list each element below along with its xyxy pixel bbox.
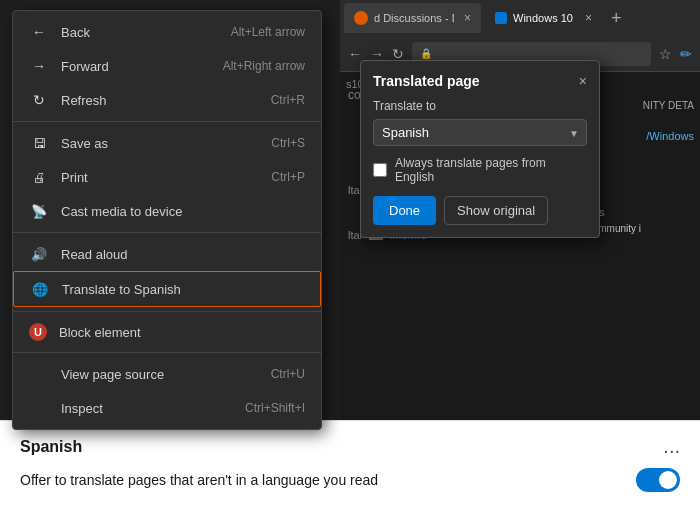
divider-3 <box>13 311 321 312</box>
tab-bar: d Discussions - Dis... × Windows 10 × + <box>340 0 700 36</box>
view-source-icon <box>29 364 49 384</box>
unity-detail: NITY DETA <box>598 100 698 111</box>
bottom-bar-row: Offer to translate pages that aren't in … <box>20 468 680 492</box>
menu-label-print: Print <box>61 170 259 185</box>
tab-discussions[interactable]: d Discussions - Dis... × <box>344 3 481 33</box>
language-select[interactable]: Spanish <box>373 119 587 146</box>
bottom-bar-title: Spanish <box>20 438 82 456</box>
menu-item-translate[interactable]: 🌐 Translate to Spanish <box>13 271 321 307</box>
always-translate-label: Always translate pages from English <box>395 156 587 184</box>
shortcut-forward: Alt+Right arrow <box>223 59 305 73</box>
print-icon: 🖨 <box>29 167 49 187</box>
menu-item-forward[interactable]: → Forward Alt+Right arrow <box>13 49 321 83</box>
toggle-knob <box>659 471 677 489</box>
star-icon[interactable]: ☆ <box>659 46 672 62</box>
shortcut-view-source: Ctrl+U <box>271 367 305 381</box>
always-translate-checkbox[interactable] <box>373 163 387 177</box>
context-menu: ← Back Alt+Left arrow → Forward Alt+Righ… <box>12 10 322 430</box>
translation-dialog: Translated page × Translate to Spanish ▼… <box>360 60 600 238</box>
menu-item-save-as[interactable]: 🖫 Save as Ctrl+S <box>13 126 321 160</box>
menu-label-back: Back <box>61 25 219 40</box>
windows-link[interactable]: /Windows <box>646 130 698 142</box>
save-icon: 🖫 <box>29 133 49 153</box>
translate-to-label: Translate to <box>373 99 587 113</box>
shortcut-inspect: Ctrl+Shift+I <box>245 401 305 415</box>
menu-label-refresh: Refresh <box>61 93 259 108</box>
menu-label-view-source: View page source <box>61 367 259 382</box>
block-icon: U <box>29 323 47 341</box>
menu-label-inspect: Inspect <box>61 401 233 416</box>
menu-label-save-as: Save as <box>61 136 259 151</box>
pencil-icon[interactable]: ✏ <box>680 46 692 62</box>
translate-icon: 🌐 <box>30 279 50 299</box>
dialog-title: Translated page <box>373 73 480 89</box>
menu-item-block[interactable]: U Block element <box>13 316 321 348</box>
tab-label-2: Windows 10 <box>513 12 573 24</box>
shortcut-print: Ctrl+P <box>271 170 305 184</box>
menu-item-cast[interactable]: 📡 Cast media to device <box>13 194 321 228</box>
menu-item-read-aloud[interactable]: 🔊 Read aloud <box>13 237 321 271</box>
always-translate-row: Always translate pages from English <box>373 156 587 184</box>
menu-item-inspect[interactable]: Inspect Ctrl+Shift+I <box>13 391 321 425</box>
menu-item-view-source[interactable]: View page source Ctrl+U <box>13 357 321 391</box>
inspect-icon <box>29 398 49 418</box>
tab-favicon-2 <box>495 12 507 24</box>
divider-4 <box>13 352 321 353</box>
menu-label-translate: Translate to Spanish <box>62 282 292 297</box>
cast-icon: 📡 <box>29 201 49 221</box>
tab-favicon-1 <box>354 11 368 25</box>
language-select-wrapper: Spanish ▼ <box>373 119 587 146</box>
dialog-buttons: Done Show original <box>373 196 587 225</box>
menu-item-back[interactable]: ← Back Alt+Left arrow <box>13 15 321 49</box>
bottom-bar-header: Spanish ... <box>20 435 680 458</box>
menu-label-read-aloud: Read aloud <box>61 247 293 262</box>
translate-toggle[interactable] <box>636 468 680 492</box>
bottom-bar: Spanish ... Offer to translate pages tha… <box>0 420 700 524</box>
tab-label-1: d Discussions - Dis... <box>374 12 454 24</box>
done-button[interactable]: Done <box>373 196 436 225</box>
tab-close-2[interactable]: × <box>585 11 592 25</box>
menu-label-forward: Forward <box>61 59 211 74</box>
menu-label-block: Block element <box>59 325 293 340</box>
dialog-close-button[interactable]: × <box>579 73 587 89</box>
menu-item-refresh[interactable]: ↻ Refresh Ctrl+R <box>13 83 321 117</box>
tab-windows10[interactable]: Windows 10 × <box>485 3 605 33</box>
menu-label-cast: Cast media to device <box>61 204 293 219</box>
dialog-header: Translated page × <box>373 73 587 89</box>
shortcut-save-as: Ctrl+S <box>271 136 305 150</box>
read-aloud-icon: 🔊 <box>29 244 49 264</box>
back-icon: ← <box>29 22 49 42</box>
new-tab-button[interactable]: + <box>611 8 622 29</box>
nav-back-icon[interactable]: ← <box>348 46 362 62</box>
tab-close-1[interactable]: × <box>464 11 471 25</box>
forward-icon: → <box>29 56 49 76</box>
offer-translate-text: Offer to translate pages that aren't in … <box>20 472 378 488</box>
shortcut-refresh: Ctrl+R <box>271 93 305 107</box>
show-original-button[interactable]: Show original <box>444 196 548 225</box>
toolbar-icons: ☆ ✏ <box>659 46 692 62</box>
refresh-icon: ↻ <box>29 90 49 110</box>
menu-item-print[interactable]: 🖨 Print Ctrl+P <box>13 160 321 194</box>
bottom-bar-more-button[interactable]: ... <box>663 435 680 458</box>
shortcut-back: Alt+Left arrow <box>231 25 305 39</box>
divider-2 <box>13 232 321 233</box>
divider-1 <box>13 121 321 122</box>
